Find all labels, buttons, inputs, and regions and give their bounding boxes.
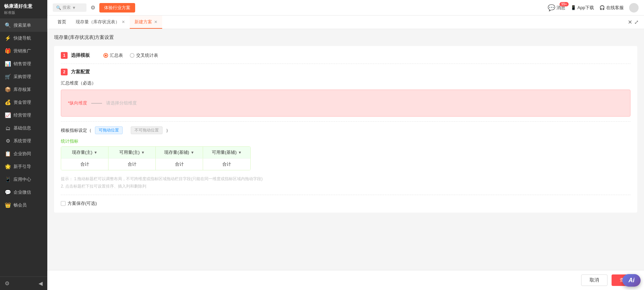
option-summary[interactable]: 汇总表	[103, 52, 123, 58]
tab-inventory-label: 现存量（库存状况表）	[76, 19, 120, 25]
topbar-search-area[interactable]: 🔍 搜索 ▼	[53, 3, 86, 12]
indicator-settings: 模板指标设定（ 可拖动位置 不可拖动位置 ） 统计指标 现存量(主) ▼	[61, 126, 630, 171]
dim-separator: ——	[91, 100, 102, 106]
tab-new-plan-close[interactable]: ✕	[154, 20, 157, 24]
sidebar-nav: 🔍 搜索菜单 ⚡ 快捷导航 🎁 营销推广 📊 销售管理 🛒 采购管理 📦 库存核…	[0, 19, 47, 276]
non-draggable-badge: 不可拖动位置	[131, 126, 163, 134]
online-service-label: 在线客服	[606, 5, 624, 11]
step2-row: 2 方案配置	[61, 69, 630, 75]
section-divider-2	[61, 121, 630, 122]
col-header-1[interactable]: 可用量(主) ▼	[108, 147, 156, 158]
sidebar-item-basic[interactable]: 🗂 基础信息	[0, 122, 47, 135]
sidebar-item-corp[interactable]: 📋 企业协同	[0, 147, 47, 160]
sidebar-label-system: 系统管理	[14, 138, 31, 144]
topbar: 🔍 搜索 ▼ ⚙ 体验行业方案 💬 消息 99+ 📱 App下载 🎧 在线客服	[47, 0, 644, 16]
sidebar-item-quick-nav[interactable]: ⚡ 快捷导航	[0, 32, 47, 45]
topbar-search-icon: 🔍	[56, 5, 61, 10]
dim-placeholder: 请选择分组维度	[106, 100, 137, 106]
sidebar-item-newbie[interactable]: 🌟 新手引导	[0, 160, 47, 173]
bottom-bar: 取消 查询	[47, 270, 644, 290]
option-cross[interactable]: 交叉统计表	[130, 52, 158, 58]
tips-line2: 2. 点击标题栏下拉可设置排序、插入列和删除列	[61, 183, 630, 190]
stats-data-row: 合计 合计 合计 合计	[61, 158, 250, 170]
settings-card: 1 选择模板 汇总表 交叉统计表 2 方案配置	[54, 46, 637, 213]
tab-new-plan[interactable]: 新建方案 ✕	[130, 16, 162, 29]
sidebar-settings-icon[interactable]: ⚙	[5, 280, 9, 287]
sidebar-item-purchase[interactable]: 🛒 采购管理	[0, 70, 47, 83]
inventory-icon: 📦	[5, 87, 11, 93]
search-icon: 🔍	[5, 22, 11, 28]
corp-icon: 📋	[5, 151, 11, 157]
col-label-1: 可用量(主)	[119, 149, 140, 155]
sidebar-item-member[interactable]: 👑 畅会员	[0, 199, 47, 212]
draggable-badge: 可拖动位置	[95, 126, 123, 134]
page-title: 现存量(库存状况表)方案设置	[54, 34, 637, 41]
sidebar-item-search[interactable]: 🔍 搜索菜单	[0, 19, 47, 32]
message-icon: 💬	[548, 4, 555, 11]
col-header-0[interactable]: 现存量(主) ▼	[61, 147, 108, 158]
sidebar-label-inventory: 库存核算	[14, 87, 31, 93]
finance-icon: 💰	[5, 99, 11, 105]
dimension-area[interactable]: *纵向维度 —— 请选择分组维度	[61, 90, 630, 117]
chevron-3: ▼	[238, 150, 242, 154]
tab-expand-icon[interactable]: ⤢	[634, 19, 639, 25]
sidebar-label-corp: 企业协同	[14, 151, 31, 157]
step1-title: 选择模板	[71, 52, 90, 58]
ops-icon: 📈	[5, 112, 11, 118]
sidebar-label-finance: 资金管理	[14, 99, 31, 105]
option-summary-label: 汇总表	[110, 52, 123, 58]
col-label-3: 可用量(基辅)	[212, 149, 237, 155]
chevron-1: ▼	[141, 150, 145, 154]
sidebar-item-system[interactable]: ⚙ 系统管理	[0, 135, 47, 147]
topbar-search-text: 搜索	[63, 5, 71, 10]
sidebar-label-purchase: 采购管理	[14, 74, 31, 80]
tab-inventory[interactable]: 现存量（库存状况表） ✕	[71, 16, 130, 29]
app-download-button[interactable]: 📱 App下载	[571, 5, 594, 11]
indicator-label: 模板指标设定（	[61, 127, 92, 134]
ai-bubble[interactable]: Ai	[622, 274, 641, 287]
col-data-2: 合计	[156, 159, 203, 170]
sidebar-item-appstore[interactable]: 📱 应用中心	[0, 173, 47, 186]
cancel-button[interactable]: 取消	[581, 274, 608, 286]
sidebar-label-newbie: 新手引导	[14, 164, 31, 170]
tab-home[interactable]: 首页	[53, 16, 71, 29]
sidebar-item-marketing[interactable]: 🎁 营销推广	[0, 45, 47, 57]
sidebar: 畅康通好生意 标准版 🔍 搜索菜单 ⚡ 快捷导航 🎁 营销推广 📊 销售管理 🛒…	[0, 0, 47, 290]
sidebar-item-ops[interactable]: 📈 经营管理	[0, 109, 47, 122]
user-avatar[interactable]	[629, 3, 639, 13]
tab-new-plan-label: 新建方案	[134, 19, 152, 25]
chevron-2: ▼	[191, 150, 194, 154]
online-service-button[interactable]: 🎧 在线客服	[599, 5, 624, 11]
radio-summary-dot	[103, 53, 108, 58]
sidebar-item-finance[interactable]: 💰 资金管理	[0, 96, 47, 109]
indicator-close	[126, 128, 127, 133]
step2-badge: 2	[61, 69, 68, 75]
col-header-2[interactable]: 现存量(基辅) ▼	[156, 147, 203, 158]
col-data-0: 合计	[61, 159, 108, 170]
sidebar-item-sales[interactable]: 📊 销售管理	[0, 57, 47, 70]
sidebar-item-inventory[interactable]: 📦 库存核算	[0, 83, 47, 96]
message-badge: 99+	[560, 2, 569, 6]
col-data-1: 合计	[108, 159, 156, 170]
tab-home-label: 首页	[57, 19, 66, 25]
message-button[interactable]: 💬 消息 99+	[548, 4, 565, 11]
sidebar-logo: 畅康通好生意 标准版	[0, 0, 47, 19]
sidebar-collapse-icon[interactable]: ◀	[39, 280, 43, 287]
save-checkbox[interactable]	[61, 201, 66, 206]
main-content: 🔍 搜索 ▼ ⚙ 体验行业方案 💬 消息 99+ 📱 App下载 🎧 在线客服	[47, 0, 644, 290]
sidebar-item-wechat[interactable]: 💬 企业微信	[0, 186, 47, 199]
trial-button[interactable]: 体验行业方案	[99, 3, 135, 13]
step2-title: 方案配置	[71, 69, 90, 75]
sidebar-footer: ⚙ ◀	[0, 276, 47, 290]
tab-inventory-close[interactable]: ✕	[122, 20, 125, 24]
tips-line1: 提示： 1.拖动标题栏可以调整布局，不可跨维度或指标区域拖动栏目字段(只能在同一…	[61, 175, 630, 183]
vertical-dim-label: *纵向维度	[68, 100, 87, 106]
template-options: 汇总表 交叉统计表	[103, 52, 158, 58]
tab-close-icon[interactable]: ✕	[628, 19, 632, 25]
tabs-bar: 首页 现存量（库存状况表） ✕ 新建方案 ✕ ✕ ⤢	[47, 16, 644, 29]
sidebar-label-wechat: 企业微信	[14, 189, 31, 195]
col-header-3[interactable]: 可用量(基辅) ▼	[203, 147, 250, 158]
topbar-gear-icon[interactable]: ⚙	[91, 4, 95, 11]
app-download-icon: 📱	[571, 5, 576, 10]
step1-badge: 1	[61, 52, 68, 59]
